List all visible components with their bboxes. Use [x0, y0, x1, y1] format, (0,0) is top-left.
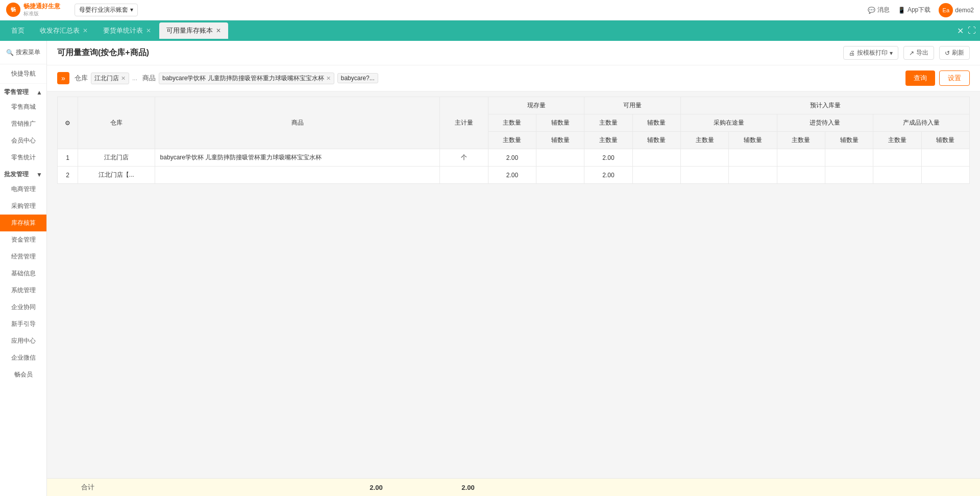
th-warehouse: 仓库	[78, 97, 155, 149]
print-btn[interactable]: 🖨 按模板打印 ▾	[843, 46, 898, 60]
sidebar-item-retail[interactable]: 零售管理 ▲	[0, 84, 46, 99]
warehouse-tag[interactable]: 江北门店 ✕	[91, 73, 129, 84]
user-profile[interactable]: Ea demo2	[939, 3, 974, 17]
fullscreen-icon[interactable]: ⛶	[968, 26, 976, 35]
th-inbound-aux: 辅数量	[825, 132, 873, 149]
product-tag2[interactable]: babycare?...	[337, 73, 378, 83]
content-area: 可用量查询(按仓库+商品) 🖨 按模板打印 ▾ ↗ 导出 ↺ 刷新	[47, 41, 980, 496]
th-production-group: 产成品待入量	[873, 114, 970, 132]
row-stock-aux	[536, 149, 584, 167]
sidebar-item-wechat[interactable]: 企业微信	[0, 349, 46, 366]
tab-receive-send[interactable]: 收发存汇总表 ✕	[33, 22, 95, 39]
retail-mall-label: 零售商城	[11, 103, 36, 110]
retail-stat-label: 零售统计	[11, 154, 36, 161]
row-production-aux	[921, 167, 969, 184]
account-selector[interactable]: 母婴行业演示账套 ▾	[75, 4, 138, 16]
th-avail-main: 主数量	[584, 114, 632, 132]
sidebar-item-purchase[interactable]: 采购管理	[0, 198, 46, 215]
newbie-label: 新手引导	[11, 320, 36, 327]
th-unit: 主计量	[440, 97, 488, 149]
sidebar-item-inventory[interactable]: 库存核算	[0, 215, 46, 231]
row-inbound-main	[777, 167, 825, 184]
top-bar-left: 畅 畅捷通好生意 标准版 母婴行业演示账套 ▾	[6, 3, 138, 17]
sidebar-item-member[interactable]: 会员中心	[0, 132, 46, 149]
tab-receive-send-close[interactable]: ✕	[83, 27, 88, 34]
sidebar-item-enterprise[interactable]: 企业协同	[0, 299, 46, 316]
export-btn[interactable]: ↗ 导出	[903, 46, 934, 60]
purchase-label: 采购管理	[11, 202, 36, 209]
search-menu-label: 搜索菜单	[16, 48, 40, 57]
th-avail-aux2: 辅数量	[632, 132, 680, 149]
warehouse-tag-close-icon[interactable]: ✕	[121, 75, 126, 82]
th-incoming-group: 预计入库量	[681, 97, 970, 114]
row-product	[155, 167, 440, 184]
sidebar-item-member2[interactable]: 畅会员	[0, 366, 46, 383]
row-index: 2	[58, 167, 78, 184]
tab-order-stat-close[interactable]: ✕	[146, 27, 151, 34]
sidebar-item-wholesale[interactable]: 批发管理 ▼	[0, 166, 46, 181]
member2-label: 畅会员	[14, 371, 33, 378]
download-icon: 📱	[898, 7, 905, 14]
sidebar-item-ecommerce[interactable]: 电商管理	[0, 181, 46, 198]
username: demo2	[955, 7, 974, 14]
warehouse-tag-text: 江北门店	[94, 74, 119, 83]
sidebar-item-retail-mall[interactable]: 零售商城	[0, 99, 46, 115]
system-label: 系统管理	[11, 287, 36, 294]
product-tag1[interactable]: babycare学饮杯 儿童防摔防撞吸管杯重力球吸嘴杯宝宝水杯 ✕	[159, 73, 334, 84]
query-btn[interactable]: 查询	[905, 70, 935, 86]
filter-expand-btn[interactable]: »	[57, 72, 69, 84]
footer-bar: 合计 2.00 2.00	[47, 478, 980, 496]
sidebar-item-basic[interactable]: 基础信息	[0, 265, 46, 282]
message-btn[interactable]: 💬 消息	[868, 6, 890, 14]
wholesale-label: 批发管理	[4, 170, 29, 179]
operations-label: 经营管理	[11, 253, 36, 260]
message-label: 消息	[877, 6, 890, 14]
sidebar-search: 🔍 搜索菜单	[0, 41, 46, 64]
app-download-btn[interactable]: 📱 App下载	[898, 6, 930, 14]
sidebar-item-operations[interactable]: 经营管理	[0, 248, 46, 265]
refresh-btn[interactable]: ↺ 刷新	[939, 46, 970, 60]
account-name: 母婴行业演示账套	[79, 6, 128, 14]
setting-btn[interactable]: 设置	[939, 70, 970, 86]
th-avail-aux: 辅数量	[632, 114, 680, 132]
th-avail-main2: 主数量	[584, 132, 632, 149]
tab-home[interactable]: 首页	[4, 22, 32, 39]
warehouse-more[interactable]: ...	[132, 75, 137, 82]
data-table: ⚙ 仓库 商品 主计量 现存量 可用量 预计入库量 主数量 辅数量 主数量 辅数…	[57, 97, 970, 184]
sidebar-item-retail-stat[interactable]: 零售统计	[0, 149, 46, 166]
logo-initial: 畅	[11, 6, 16, 13]
th-settings[interactable]: ⚙	[58, 97, 78, 149]
logo-text-group: 畅捷通好生意 标准版	[23, 3, 60, 17]
search-menu-btn[interactable]: 🔍 搜索菜单	[4, 46, 42, 59]
sidebar-item-marketing[interactable]: 营销推广	[0, 115, 46, 132]
row-inbound-main	[777, 149, 825, 167]
sidebar-item-finance[interactable]: 资金管理	[0, 231, 46, 248]
th-purchase-aux: 辅数量	[729, 132, 777, 149]
sidebar-item-appscenter[interactable]: 应用中心	[0, 333, 46, 349]
row-stock-main: 2.00	[488, 149, 536, 167]
th-purchase-group: 采购在途量	[681, 114, 777, 132]
footer-stock-main-total: 2.00	[370, 484, 382, 491]
footer-avail-main-total: 2.00	[461, 484, 474, 491]
row-purchase-main	[681, 167, 729, 184]
page-title: 可用量查询(按仓库+商品)	[57, 48, 149, 58]
export-icon: ↗	[909, 50, 914, 57]
page-header-actions: 🖨 按模板打印 ▾ ↗ 导出 ↺ 刷新	[843, 46, 970, 60]
tab-order-stat[interactable]: 要货单统计表 ✕	[96, 22, 158, 39]
print-chevron-icon: ▾	[890, 50, 893, 57]
tab-available-stock-close[interactable]: ✕	[216, 27, 221, 34]
th-stock-group: 现存量	[488, 97, 584, 114]
sidebar-item-quick-nav[interactable]: 快捷导航	[0, 64, 46, 84]
product-filter-label: 商品	[142, 74, 156, 83]
table-row: 2 江北门店【... 2.00 2.00	[58, 167, 970, 184]
tab-available-stock[interactable]: 可用量库存账本 ✕	[159, 22, 228, 39]
basic-label: 基础信息	[11, 270, 36, 277]
sidebar-item-system[interactable]: 系统管理	[0, 282, 46, 299]
close-all-icon[interactable]: ✕	[957, 26, 964, 36]
row-avail-main: 2.00	[584, 149, 632, 167]
quick-nav-label: 快捷导航	[11, 70, 36, 77]
product-tag1-close-icon[interactable]: ✕	[326, 75, 331, 82]
page-header: 可用量查询(按仓库+商品) 🖨 按模板打印 ▾ ↗ 导出 ↺ 刷新	[47, 41, 980, 65]
sidebar-item-newbie[interactable]: 新手引导	[0, 316, 46, 333]
expand-icon: »	[61, 74, 65, 82]
